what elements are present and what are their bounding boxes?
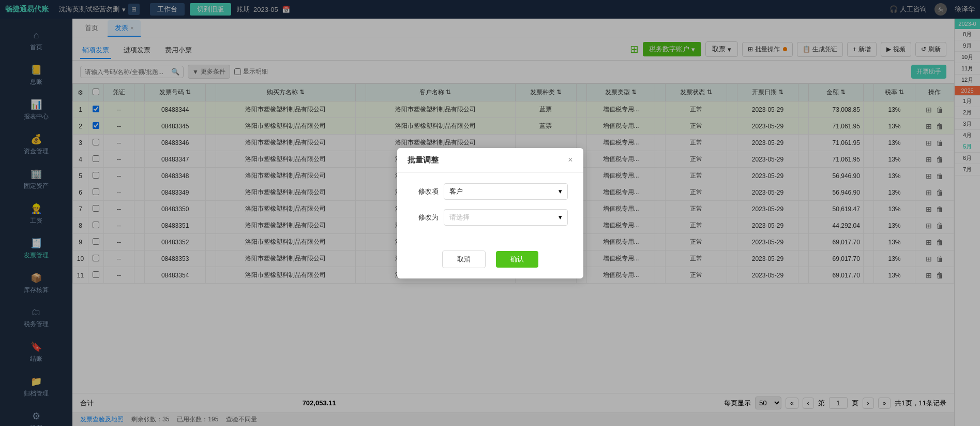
batch-adjust-modal: 批量调整 × 修改项 客户 ▾ 修改为 请选择 ▾ 取消 确认 (397, 148, 583, 278)
modify-field-row: 修改项 客户 ▾ (413, 183, 568, 200)
modal-body: 修改项 客户 ▾ 修改为 请选择 ▾ (397, 173, 583, 245)
modal-footer: 取消 确认 (397, 245, 583, 278)
modal-header: 批量调整 × (397, 148, 583, 173)
modal-title: 批量调整 (408, 155, 439, 165)
modify-value-row: 修改为 请选择 ▾ (413, 209, 568, 226)
modify-field-dropdown-icon: ▾ (559, 187, 562, 195)
modify-value-dropdown-icon: ▾ (559, 213, 562, 221)
modify-field-label: 修改项 (413, 187, 439, 196)
modal-close-btn[interactable]: × (568, 155, 572, 165)
modify-value-placeholder: 请选择 (449, 213, 470, 222)
modify-value-label: 修改为 (413, 213, 439, 222)
confirm-btn[interactable]: 确认 (496, 251, 538, 268)
modify-field-select[interactable]: 客户 ▾ (444, 183, 568, 200)
cancel-btn[interactable]: 取消 (442, 251, 486, 268)
modify-value-select[interactable]: 请选择 ▾ (444, 209, 568, 226)
modal-overlay: 批量调整 × 修改项 客户 ▾ 修改为 请选择 ▾ 取消 确认 (0, 0, 980, 426)
modify-field-value: 客户 (449, 187, 463, 196)
